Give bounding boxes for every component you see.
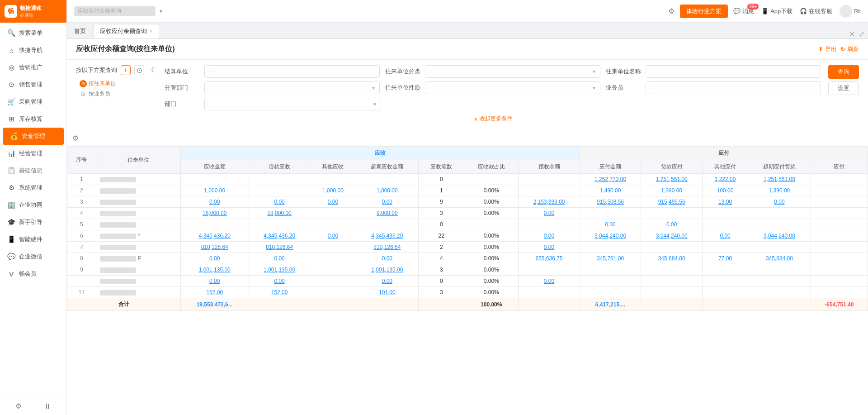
partner-nature-input[interactable]: ▼	[425, 81, 600, 94]
cell-ar_count[interactable]: 0	[419, 174, 464, 185]
cell-ar_prepay[interactable]: 0.00	[519, 276, 580, 287]
cell-ar_amount[interactable]: 810,126.64	[180, 242, 249, 253]
cell-ap_overdue[interactable]: 1,251,551.00	[748, 174, 811, 185]
cell-ar_ratio[interactable]: 0.00%	[464, 208, 519, 219]
cell-ar_prepay[interactable]: 0.00	[519, 230, 580, 242]
cell-ap_other[interactable]: 1,222.00	[702, 174, 748, 185]
cell-ap_other[interactable]: 77.00	[702, 253, 748, 264]
cell-ar_overdue[interactable]: 0.00	[356, 253, 419, 264]
sidebar-item-enterprise[interactable]: 🏢 企业协同	[0, 196, 66, 214]
user-avatar[interactable]: Rit	[840, 5, 861, 18]
cell-ar_loan[interactable]: 0.00	[249, 276, 310, 287]
cell-ap_loan[interactable]: 1,251,551.00	[641, 174, 703, 185]
cell-ar_overdue[interactable]: 101.00	[356, 287, 419, 298]
query-button[interactable]: 查询	[828, 65, 859, 79]
app-download-button[interactable]: 📱 App下载	[761, 7, 793, 15]
sidebar-item-smarthw[interactable]: 📱 智能硬件	[0, 231, 66, 248]
sidebar-item-guide[interactable]: 🎓 新手引导	[0, 214, 66, 231]
scheme-by-partner[interactable]: ⊙ 按往来单位	[80, 80, 116, 87]
cell-ar_amount[interactable]: 18,000.00	[180, 208, 249, 219]
cell-ar_count[interactable]: 2	[419, 242, 464, 253]
cell-ap_amount[interactable]: 1,252,773.00	[580, 174, 641, 185]
partner-name-input[interactable]	[646, 65, 821, 78]
cell-ar_overdue[interactable]: 810,126.64	[356, 242, 419, 253]
sidebar-item-member[interactable]: V 畅会员	[0, 265, 66, 282]
cell-ar_other[interactable]: 1,000.00	[310, 185, 356, 196]
cell-ap_amount[interactable]: 0.00	[580, 219, 641, 230]
cell-ap_amount[interactable]: 345,761.00	[580, 253, 641, 264]
message-button[interactable]: 💬 消息 99+	[733, 7, 754, 15]
cell-ar_count[interactable]: 9	[419, 196, 464, 208]
footer-ap-amount[interactable]: 6,417,215....	[580, 298, 641, 311]
sidebar-item-marketing[interactable]: ◎ 营销推广	[0, 59, 66, 76]
cell-ar_ratio[interactable]: 0.00%	[464, 196, 519, 208]
cell-ar_ratio[interactable]: 0.00%	[464, 185, 519, 196]
settlement-unit-input[interactable]: ···	[204, 65, 380, 78]
cell-ar_ratio[interactable]: 0.00%	[464, 287, 519, 298]
cell-ar_amount[interactable]: 0.00	[180, 276, 249, 287]
cell-ap_overdue[interactable]: 1,390.00	[748, 185, 811, 196]
filter-add-button[interactable]: +	[121, 65, 131, 75]
sidebar-item-basicinfo[interactable]: 📋 基础信息	[0, 162, 66, 179]
cell-ar_ratio[interactable]: 0.00%	[464, 253, 519, 264]
footer-ar-amount[interactable]: 19,553,472,6...	[180, 298, 249, 311]
cell-ar_count[interactable]: 4	[419, 253, 464, 264]
cell-ar_loan[interactable]: 4,345,436.20	[249, 230, 310, 242]
sidebar-item-finance[interactable]: 💰 资金管理	[3, 128, 64, 145]
cell-ar_loan[interactable]: 0.00	[249, 253, 310, 264]
cell-ap_overdue[interactable]: 0.00	[748, 196, 811, 208]
sidebar-item-purchase[interactable]: 🛒 采购管理	[0, 93, 66, 110]
export-button[interactable]: ⬆ 导出	[818, 45, 837, 53]
cell-ar_amount[interactable]: 0.00	[180, 196, 249, 208]
sidebar-item-search[interactable]: 🔍 搜索菜单	[0, 24, 66, 42]
topbar-gear-icon[interactable]: ⚙	[668, 7, 675, 15]
sidebar-item-quicknav[interactable]: ⌂ 快捷导航	[0, 42, 66, 59]
cell-ar_prepay[interactable]: 0.00	[519, 208, 580, 219]
cell-ar_ratio[interactable]: 0.00%	[464, 276, 519, 287]
cell-ap_overdue[interactable]: 345,684.00	[748, 253, 811, 264]
department-input[interactable]: ▼	[204, 98, 381, 110]
cell-ar_loan[interactable]: 152.00	[249, 287, 310, 298]
filter-collapse-button[interactable]: ∧ 收起更多条件	[165, 113, 821, 124]
cell-ar_loan[interactable]: 810,126.64	[249, 242, 310, 253]
cell-ar_overdue[interactable]: 4,345,436.20	[356, 230, 419, 242]
partner-category-input[interactable]: ▼	[425, 65, 600, 78]
cell-ar_overdue[interactable]: 1,001,135.00	[356, 264, 419, 276]
cell-ap_loan[interactable]: 915,495.56	[641, 196, 703, 208]
cell-ar_count[interactable]: 1	[419, 185, 464, 196]
cell-ar_overdue[interactable]: 0.00	[356, 196, 419, 208]
sidebar-item-weixin[interactable]: 💬 企业微信	[0, 248, 66, 265]
dept-input[interactable]: ▼	[204, 81, 380, 94]
cell-ar_ratio[interactable]: 0.00%	[464, 264, 519, 276]
cell-ap_loan[interactable]: 345,684.00	[641, 253, 703, 264]
window-close-button[interactable]: ✕	[849, 30, 855, 38]
scheme-by-salesperson[interactable]: ⊙ 按业务员	[80, 90, 110, 98]
cell-ap_amount[interactable]: 1,490.00	[580, 185, 641, 196]
sidebar-item-inventory[interactable]: ⊞ 库存核算	[0, 110, 66, 128]
table-settings-icon[interactable]: ⚙	[72, 134, 79, 143]
salesperson-input[interactable]: ···	[646, 81, 821, 94]
cell-ar_loan[interactable]: 1,001,135.00	[249, 264, 310, 276]
window-maximize-button[interactable]: ⤢	[859, 30, 864, 38]
sidebar-item-operations[interactable]: 📊 经营管理	[0, 145, 66, 162]
cell-ar_other[interactable]: 0.00	[310, 230, 356, 242]
cell-ar_overdue[interactable]: 0.00	[356, 276, 419, 287]
cell-ar_prepay[interactable]: 655,636.75	[519, 253, 580, 264]
filter-settings-icon[interactable]: ⊙	[134, 65, 144, 75]
tab-home[interactable]: 首页	[68, 24, 92, 38]
cell-ap_overdue[interactable]: 3,044,240.00	[748, 230, 811, 242]
sidebar-collapse-button[interactable]: ⏸	[44, 402, 51, 410]
cell-ar_loan[interactable]: 18,000.00	[249, 208, 310, 219]
tab-ar-ap[interactable]: 应收应付余额查询 ×	[93, 24, 159, 38]
online-service-button[interactable]: 🎧 在线客服	[800, 7, 832, 15]
cell-ar_prepay[interactable]: 2,153,333.00	[519, 196, 580, 208]
tab-close-icon[interactable]: ×	[150, 29, 152, 34]
cell-ar_count[interactable]: 0	[419, 219, 464, 230]
refresh-button[interactable]: ↻ 刷新	[840, 45, 859, 53]
cell-ar_ratio[interactable]: 0.00%	[464, 242, 519, 253]
cell-ap_amount[interactable]: 915,508.56	[580, 196, 641, 208]
cell-ar_overdue[interactable]: 9,000.00	[356, 208, 419, 219]
cell-ar_ratio[interactable]: 0.00%	[464, 230, 519, 242]
cell-ap_loan[interactable]: 3,044,240.00	[641, 230, 703, 242]
cell-ar_count[interactable]: 3	[419, 287, 464, 298]
